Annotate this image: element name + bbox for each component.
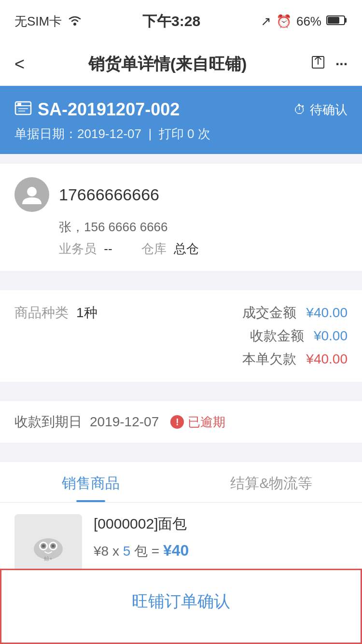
- due-section: 收款到期日 2019-12-07 ! 已逾期: [0, 401, 362, 443]
- confirm-button-wrap: 旺铺订单确认: [0, 569, 362, 644]
- salesperson-label: 业务员: [59, 241, 97, 256]
- order-id: SA-20191207-002: [14, 99, 180, 120]
- pay-amount-value: ¥0.00: [314, 328, 348, 344]
- overdue-icon: !: [170, 415, 184, 429]
- customer-phone: 17666666666: [59, 185, 159, 204]
- product-type-label: 商品种类: [14, 304, 69, 322]
- tabs-section: 销售商品 结算&物流等: [0, 462, 362, 503]
- product-quantity: 5: [123, 544, 131, 559]
- location-icon: ↗: [261, 14, 271, 29]
- due-date-value: 2019-12-07: [90, 414, 159, 430]
- svg-point-17: [52, 545, 55, 547]
- svg-rect-2: [345, 18, 347, 23]
- product-name: [0000002]面包: [94, 514, 348, 534]
- battery-icon: [326, 14, 348, 29]
- customer-section: 17666666666 张，156 6666 6666 业务员 -- 仓库 总仓: [0, 164, 362, 271]
- nav-bar: < 销货单详情(来自旺铺) ···: [0, 42, 362, 86]
- debt-amount-value: ¥40.00: [306, 351, 348, 367]
- svg-point-10: [27, 187, 37, 196]
- svg-text:鲸+: 鲸+: [44, 556, 52, 561]
- tab-sales-products[interactable]: 销售商品: [0, 462, 181, 502]
- tab-settlement[interactable]: 结算&物流等: [181, 462, 362, 502]
- status-bar: 无SIM卡 下午3:28 ↗ ⏰ 66%: [0, 0, 362, 42]
- page-title: 销货单详情(来自旺铺): [88, 53, 247, 75]
- confirm-order-button[interactable]: 旺铺订单确认: [16, 580, 346, 623]
- overdue-text: 已逾期: [188, 414, 225, 431]
- overdue-badge: ! 已逾期: [170, 414, 225, 431]
- warehouse-field: 仓库 总仓: [141, 240, 199, 257]
- wifi-icon: [68, 14, 82, 29]
- order-id-icon: [14, 99, 32, 120]
- pay-amount-label: 收款金额: [250, 327, 304, 345]
- deal-amount-label: 成交金额: [242, 304, 296, 322]
- deal-amount-value: ¥40.00: [306, 305, 348, 321]
- svg-rect-3: [328, 17, 339, 24]
- salesperson-value: --: [104, 241, 112, 256]
- avatar: [14, 177, 49, 212]
- product-type-value: 1种: [76, 304, 97, 322]
- status-time: 下午3:28: [142, 12, 200, 31]
- svg-rect-7: [17, 103, 21, 106]
- divider-2: [0, 382, 362, 392]
- share-icon[interactable]: [310, 55, 326, 73]
- status-right: ↗ ⏰ 66%: [261, 14, 348, 29]
- more-icon[interactable]: ···: [335, 56, 348, 72]
- tab-underline: [76, 500, 105, 502]
- salesperson-field: 业务员 --: [59, 240, 112, 257]
- nav-icons: ···: [310, 55, 348, 73]
- warehouse-value: 总仓: [174, 241, 199, 256]
- status-left: 无SIM卡: [14, 13, 82, 30]
- warehouse-label: 仓库: [141, 241, 167, 256]
- battery-label: 66%: [296, 14, 321, 29]
- order-status: ⏱ 待确认: [293, 101, 348, 118]
- due-date-label: 收款到期日: [14, 413, 82, 431]
- order-meta: 单据日期：2019-12-07 | 打印 0 次: [14, 126, 348, 142]
- product-info: [0000002]面包 ¥8 x 5 包 = ¥40: [94, 514, 348, 560]
- back-button[interactable]: <: [14, 54, 25, 74]
- carrier-label: 无SIM卡: [14, 13, 62, 30]
- divider-1: [0, 271, 362, 280]
- svg-point-16: [42, 545, 45, 547]
- product-total: ¥40: [163, 542, 189, 559]
- alarm-icon: ⏰: [276, 14, 292, 29]
- svg-point-0: [73, 23, 76, 26]
- customer-fields: 业务员 -- 仓库 总仓: [59, 240, 348, 257]
- customer-name: 张，156 6666 6666: [59, 219, 348, 236]
- order-header-card: SA-20191207-002 ⏱ 待确认 单据日期：2019-12-07 | …: [0, 86, 362, 154]
- summary-section: 商品种类 1种 成交金额 ¥40.00 收款金额 ¥0.00 本单欠款 ¥40.…: [0, 290, 362, 382]
- divider-3: [0, 443, 362, 452]
- debt-amount-label: 本单欠款: [242, 350, 296, 368]
- tabs-row: 销售商品 结算&物流等: [0, 462, 362, 503]
- product-price: ¥8 x 5 包 = ¥40: [94, 542, 348, 560]
- status-clock-icon: ⏱: [293, 102, 306, 117]
